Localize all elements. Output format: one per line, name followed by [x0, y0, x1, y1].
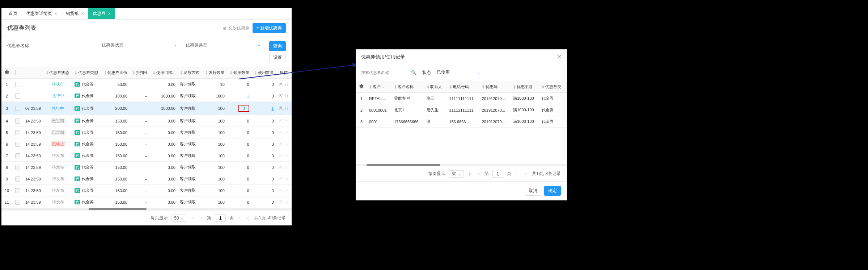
- col-issue[interactable]: ▲▼发行数量: [202, 67, 227, 79]
- type-badge: 代: [75, 94, 80, 98]
- cancel-button[interactable]: 取消: [525, 186, 541, 196]
- modal-page-input[interactable]: [492, 170, 503, 178]
- last-page-icon[interactable]: ›|: [523, 171, 528, 176]
- table-row[interactable]: 7 14 23:59 待发布 代代金券 150.00 -- 0.00 客户领取 …: [1, 150, 292, 162]
- col-contact[interactable]: ▲▼联系人: [424, 81, 447, 93]
- filter-type-select[interactable]: ⌄: [210, 41, 261, 49]
- cell-time: 14 23:59: [23, 185, 43, 196]
- cell-actions: ⇱⁞⁞: [276, 79, 292, 90]
- close-icon[interactable]: ✕: [54, 12, 57, 16]
- row-number: 3: [356, 116, 367, 128]
- prev-page-icon[interactable]: ‹: [199, 216, 203, 221]
- col-customer-code[interactable]: ▲▼客户...: [367, 81, 392, 93]
- cell-type: 代代金券: [72, 173, 101, 185]
- horizontal-scrollbar[interactable]: [356, 164, 567, 166]
- next-page-icon[interactable]: ›: [515, 171, 519, 176]
- cell-method: 客户领取: [178, 127, 202, 138]
- settings-button[interactable]: 设置: [269, 53, 286, 62]
- table-row[interactable]: 10 14 23:59 待发布 代代金券 150.00 -- 0.00 客户领取…: [1, 185, 292, 196]
- share-icon[interactable]: ⇱: [279, 94, 283, 99]
- col-method[interactable]: ▲▼发放方式: [178, 67, 202, 79]
- filter-name-input[interactable]: [32, 41, 93, 50]
- qr-icon[interactable]: ⁞⁞: [285, 94, 288, 99]
- table-row[interactable]: 2 00010001 北京1 唐先生 11111111111 201912070…: [356, 104, 567, 116]
- page-input[interactable]: [215, 214, 226, 222]
- modal-status-select[interactable]: 已使用⌄: [437, 68, 480, 77]
- confirm-button[interactable]: 确定: [544, 186, 561, 196]
- status-badge: 已终止: [51, 141, 65, 146]
- table-row[interactable]: 6 14 23:59 已终止 代代金券 150.00 -- 0.00 客户领取 …: [1, 138, 292, 150]
- filter-bar: 优惠券名称 优惠券状态 ⌄ 优惠券类型 ⌄ 查询 设置: [1, 37, 292, 67]
- distribute-coupon-button[interactable]: ⊕ 发放优惠券: [223, 25, 250, 31]
- cell-use: 0: [251, 115, 276, 127]
- qr-icon[interactable]: ⁞⁞: [285, 106, 288, 111]
- table-row[interactable]: 8 14 23:59 待发布 代代金券 150.00 -- 0.00 客户领取 …: [1, 162, 292, 173]
- cell-issue: 100: [202, 173, 227, 185]
- col-coupon-code[interactable]: ▲▼优惠码: [480, 81, 511, 93]
- search-input[interactable]: [361, 70, 411, 75]
- query-button[interactable]: 查询: [269, 41, 286, 51]
- col-claim[interactable]: ▲▼领用数量: [227, 67, 251, 79]
- table-row[interactable]: 11 14 23:59 待发布 代代金券 150.00 -- 0.00 客户领取…: [1, 196, 292, 208]
- table-row[interactable]: 9 14 23:59 待发布 代代金券 150.00 -- 0.00 客户领取 …: [1, 173, 292, 185]
- table-row[interactable]: 1 RETAIL... 零散客户 张三 11111111111 20191207…: [356, 93, 567, 104]
- share-icon[interactable]: ⇱: [279, 106, 283, 111]
- qr-icon[interactable]: ⁞⁞: [285, 82, 288, 87]
- share-icon[interactable]: ⇱: [279, 82, 283, 87]
- next-page-icon[interactable]: ›: [237, 216, 242, 221]
- cell-subject: 满1000-100: [511, 116, 539, 128]
- cell-customer-code: 0001: [367, 116, 392, 128]
- row-checkbox[interactable]: [15, 82, 20, 87]
- use-count-link[interactable]: 1: [272, 106, 274, 111]
- search-icon[interactable]: 🔍: [411, 70, 416, 75]
- col-type[interactable]: ▲▼优惠券类型: [72, 67, 101, 79]
- col-status[interactable]: ▲▼优惠券状态: [43, 67, 72, 79]
- row-checkbox[interactable]: [15, 94, 20, 99]
- row-checkbox: [15, 142, 20, 147]
- tab-coupon-detail[interactable]: 优惠券详情页✕: [22, 8, 62, 19]
- gear-icon[interactable]: [4, 70, 9, 75]
- gear-icon[interactable]: [359, 84, 364, 89]
- status-badge: 待发布: [51, 176, 65, 181]
- select-all-checkbox[interactable]: [15, 70, 20, 75]
- col-use[interactable]: ▲▼使用数量: [251, 67, 276, 79]
- cell-face: 150.00: [101, 162, 130, 173]
- modal-search[interactable]: 🔍: [361, 69, 416, 76]
- close-icon[interactable]: ✕: [108, 12, 111, 16]
- col-coupon-type[interactable]: ▲▼优惠券类: [539, 81, 567, 93]
- close-icon[interactable]: ✕: [81, 12, 84, 16]
- cell-customer-code: RETAIL...: [367, 93, 392, 104]
- table-row[interactable]: 5 14 23:59 已过期 代代金券 150.00 -- 0.00 客户领取 …: [1, 127, 292, 138]
- add-coupon-button[interactable]: + 新增优惠券: [253, 23, 286, 33]
- filter-status-select[interactable]: ⌄: [126, 41, 177, 49]
- tab-sales-order[interactable]: 销货单✕: [62, 8, 88, 19]
- horizontal-scrollbar[interactable]: [1, 208, 292, 210]
- cell-use: 0: [251, 162, 276, 173]
- first-page-icon[interactable]: |‹: [190, 216, 195, 221]
- table-row[interactable]: 3 0001 17666666666 张 156 6666 ... 201912…: [356, 116, 567, 128]
- close-icon[interactable]: ✕: [557, 53, 562, 60]
- col-face[interactable]: ▲▼优惠券面值: [101, 67, 130, 79]
- table-row[interactable]: 3 07 23:59 执行中 代代金券 200.00 -- 1000.00 客户…: [1, 102, 292, 115]
- first-page-icon[interactable]: |‹: [467, 171, 473, 176]
- per-page-select[interactable]: 50 ⌄: [172, 215, 186, 222]
- modal-per-page-select[interactable]: 50 ⌄: [449, 170, 464, 178]
- cell-coupon-type: 代金券: [539, 116, 567, 128]
- table-row[interactable]: 1 待执行 代代金券 50.00 -- 0.00 客户领取 10 0 0 ⇱⁞⁞: [1, 79, 292, 90]
- tab-coupon[interactable]: 优惠券✕: [88, 8, 115, 19]
- col-threshold[interactable]: ▲▼使用门槛...: [150, 67, 178, 79]
- last-page-icon[interactable]: ›|: [245, 216, 251, 221]
- coupon-table: ▲▼优惠券状态 ▲▼优惠券类型 ▲▼优惠券面值 ▲▼折扣% ▲▼使用门槛... …: [1, 67, 292, 210]
- col-discount[interactable]: ▲▼折扣%: [130, 67, 149, 79]
- col-subject[interactable]: ▲▼优惠主题: [511, 81, 539, 93]
- claim-count-link[interactable]: 1: [247, 94, 249, 98]
- table-row[interactable]: 4 14 23:59 已过期 代代金券 150.00 -- 0.00 客户领取 …: [1, 115, 292, 127]
- row-checkbox[interactable]: [15, 106, 20, 111]
- col-phone[interactable]: ▲▼电话号码: [447, 81, 480, 93]
- prev-page-icon[interactable]: ‹: [477, 171, 481, 176]
- tab-home[interactable]: 首页: [4, 8, 22, 19]
- col-customer-name[interactable]: ▲▼客户名称: [392, 81, 424, 93]
- row-number: 3: [1, 102, 12, 115]
- table-row[interactable]: 2 执行中 代代金券 100.00 -- 1000.00 客户领取 1000 1…: [1, 90, 292, 102]
- claim-count-link[interactable]: 3: [238, 105, 249, 112]
